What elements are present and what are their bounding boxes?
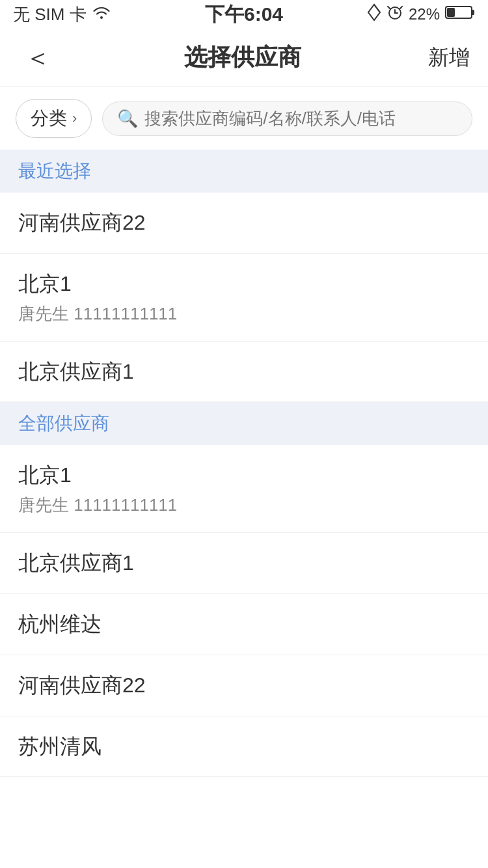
search-icon: 🔍 [117,109,138,129]
page-title: 选择供应商 [184,42,301,74]
item-name: 北京供应商1 [18,549,470,578]
item-sub: 唐先生 11111111111 [18,494,470,517]
item-sub: 唐先生 11111111111 [18,303,470,325]
status-time: 下午6:04 [205,1,283,28]
search-box[interactable]: 🔍 [102,102,472,136]
filter-bar: 分类 › 🔍 [0,87,488,150]
item-name: 北京1 [18,269,470,299]
all-list-item[interactable]: 杭州维达 [0,594,488,655]
svg-rect-5 [447,8,455,17]
battery-text: 22% [409,5,440,23]
wifi-icon [92,5,111,25]
item-name: 河南供应商22 [18,208,470,237]
recent-list: 河南供应商22北京1唐先生 11111111111北京供应商1 [0,193,488,402]
all-suppliers-list: 北京1唐先生 11111111111北京供应商1杭州维达河南供应商22苏州清风 [0,445,488,777]
search-input[interactable] [144,109,457,129]
recent-list-item[interactable]: 北京1唐先生 11111111111 [0,254,488,342]
all-section-label: 全部供应商 [18,413,109,433]
recent-section-header: 最近选择 [0,150,488,193]
location-icon [367,3,381,25]
recent-section-label: 最近选择 [18,161,91,181]
item-name: 河南供应商22 [18,671,470,700]
all-list-item[interactable]: 北京1唐先生 11111111111 [0,445,488,533]
category-label: 分类 [31,106,67,131]
item-name: 杭州维达 [18,610,470,639]
all-list-item[interactable]: 河南供应商22 [0,655,488,716]
recent-list-item[interactable]: 河南供应商22 [0,193,488,254]
all-section-header: 全部供应商 [0,402,488,445]
item-name: 北京1 [18,461,470,490]
status-right: 22% [367,3,475,25]
battery-icon [445,5,475,24]
all-list-item[interactable]: 北京供应商1 [0,533,488,594]
status-bar: 无 SIM 卡 下午6:04 22% [0,0,488,29]
all-list-item[interactable]: 苏州清风 [0,716,488,778]
status-left: 无 SIM 卡 [13,3,111,26]
chevron-right-icon: › [72,110,77,127]
item-name: 苏州清风 [18,732,470,761]
add-button[interactable]: 新增 [428,44,470,72]
svg-rect-4 [472,10,474,15]
alarm-icon [386,4,403,25]
recent-list-item[interactable]: 北京供应商1 [0,342,488,403]
item-name: 北京供应商1 [18,357,470,387]
nav-bar: ＜ 选择供应商 新增 [0,29,488,87]
category-button[interactable]: 分类 › [16,99,92,138]
carrier-text: 无 SIM 卡 [13,3,87,26]
back-button[interactable]: ＜ [18,33,57,82]
